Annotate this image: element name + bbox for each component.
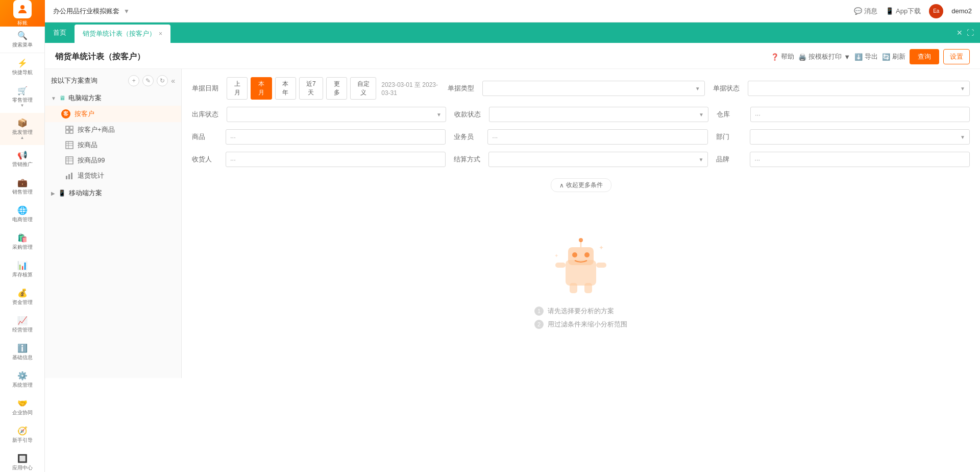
action-buttons: 查询 设置 <box>910 49 970 64</box>
scheme-collapse-btn[interactable]: « <box>171 77 175 85</box>
finance-icon: 💰 <box>17 288 28 298</box>
out-status-select[interactable]: ▼ <box>227 107 446 122</box>
edit-icon: ✎ <box>145 77 151 84</box>
hint-item-2: 2 用过滤条件来缩小分析范围 <box>534 320 627 329</box>
date-range-display: 2023-03-01 至 2023-03-31 <box>381 81 439 97</box>
scheme-refresh-btn[interactable]: ↻ <box>157 75 168 86</box>
date-label: 单据日期 <box>192 84 218 93</box>
sidebar-item-system[interactable]: ⚙️ 系统管理 <box>0 366 44 393</box>
sidebar-item-cooperation[interactable]: 🤝 企业协同 <box>0 393 44 421</box>
message-btn[interactable]: 💬 消息 <box>854 7 877 16</box>
query-button[interactable]: 查询 <box>910 49 939 64</box>
sidebar-item-sales[interactable]: 💼 销售管理 <box>0 173 44 200</box>
sidebar-item-purchase[interactable]: 🛍️ 采购管理 <box>0 228 44 255</box>
doc-type-select[interactable]: ▼ <box>482 81 704 96</box>
collection-status-select[interactable]: ▼ <box>489 107 708 122</box>
warehouse-select[interactable]: ··· <box>750 107 970 122</box>
template-print-btn[interactable]: 🖨️ 按模板打印 ▼ <box>798 52 850 61</box>
date-btn-this-month[interactable]: 本月 <box>251 77 272 100</box>
apps-icon: 🔲 <box>17 454 28 463</box>
sidebar-item-basic[interactable]: ℹ️ 基础信息 <box>0 338 44 366</box>
hint-item-1: 1 请先选择要分析的方案 <box>534 306 627 316</box>
product-select[interactable]: ··· <box>226 129 446 145</box>
doc-status-select[interactable]: ▼ <box>748 81 970 96</box>
date-btn-last-month[interactable]: 上月 <box>227 77 248 100</box>
date-btn-7days[interactable]: 近7天 <box>299 77 323 100</box>
logo-text: 标账 <box>17 19 28 27</box>
purchase-icon: 🛍️ <box>17 233 28 243</box>
sidebar-guide-label: 新手引导 <box>12 437 33 443</box>
sidebar-item-apps[interactable]: 🔲 应用中心 <box>0 449 44 472</box>
main-content: 办公用品行业模拟账套 ▼ 💬 消息 📱 App下载 Ea demo2 <box>45 0 980 472</box>
scheme-mobile-group[interactable]: ▶ 📱 移动端方案 <box>45 185 181 201</box>
svg-point-25 <box>579 238 583 242</box>
help-btn[interactable]: ❓ 帮助 <box>771 52 794 61</box>
date-btn-this-year[interactable]: 本年 <box>275 77 296 100</box>
refresh-btn[interactable]: 🔄 刷新 <box>882 52 905 61</box>
sidebar-item-guide[interactable]: 🧭 新手引导 <box>0 421 44 449</box>
sidebar: 标账 🔍 搜索菜单 ⚡ 快捷导航 🛒 零售管理 ▼ 📦 批发管理 ▲ 📢 营销推… <box>0 0 45 472</box>
export-btn[interactable]: ⬇️ 导出 <box>854 52 878 61</box>
department-arrow-icon: ▼ <box>960 134 965 140</box>
collapse-btn[interactable]: ∧ 收起更多条件 <box>551 178 611 192</box>
sidebar-logo[interactable]: 标账 <box>0 0 45 27</box>
sales-icon: 💼 <box>17 178 28 187</box>
scheme-desktop-group-header[interactable]: ▼ 🖥 电脑端方案 <box>45 90 181 106</box>
desktop-group-icon: 🖥 <box>59 95 65 102</box>
settings-button[interactable]: 设置 <box>943 49 970 64</box>
tab-close-icon[interactable]: × <box>159 30 162 37</box>
page-header-right: ❓ 帮助 🖨️ 按模板打印 ▼ ⬇️ 导出 🔄 刷新 <box>771 49 970 64</box>
department-label: 部门 <box>716 132 742 141</box>
scheme-sub-item-customer-product[interactable]: 按客户+商品 <box>45 122 181 137</box>
add-icon: + <box>132 77 136 84</box>
print-icon: 🖨️ <box>798 53 806 61</box>
scheme-add-btn[interactable]: + <box>128 75 139 86</box>
sidebar-item-wholesale[interactable]: 📦 批发管理 ▲ <box>0 113 44 145</box>
svg-rect-21 <box>596 263 606 268</box>
scheme-panel: 按以下方案查询 + ✎ ↻ « <box>45 69 182 378</box>
top-header-right: 💬 消息 📱 App下载 Ea demo2 <box>854 4 972 18</box>
scheme-sub-item-product99[interactable]: 按商品99 <box>45 153 181 168</box>
sidebar-finance-label: 资金管理 <box>12 299 33 305</box>
svg-rect-22 <box>570 283 577 293</box>
sidebar-cooperation-label: 企业协同 <box>12 409 33 416</box>
avatar[interactable]: Ea <box>929 4 943 18</box>
brand-select[interactable]: ··· <box>750 152 970 167</box>
tab-home[interactable]: 首页 <box>45 22 75 43</box>
scheme-sub-item-product[interactable]: 按商品 <box>45 137 181 153</box>
table-icon2 <box>65 156 74 164</box>
scheme-sub-item-return[interactable]: 退货统计 <box>45 168 181 183</box>
user-name[interactable]: demo2 <box>951 7 972 15</box>
svg-rect-1 <box>66 126 69 129</box>
hint-num-1: 1 <box>534 306 544 316</box>
out-status-label: 出库状态 <box>192 110 218 119</box>
department-select[interactable]: ▼ <box>750 129 970 145</box>
sidebar-item-ecommerce[interactable]: 🌐 电商管理 <box>0 200 44 228</box>
product-dropdown[interactable]: ▼ <box>124 8 130 15</box>
svg-point-0 <box>20 5 24 9</box>
close-window-btn[interactable]: ✕ <box>957 29 963 37</box>
app-download-icon: 📱 <box>886 7 894 15</box>
app-download-btn[interactable]: 📱 App下载 <box>886 7 921 16</box>
salesperson-select[interactable]: ··· <box>487 129 707 145</box>
date-btn-more[interactable]: 更多 <box>326 77 347 100</box>
app-download-label: App下载 <box>896 7 921 16</box>
collapse-label: 收起更多条件 <box>566 181 603 190</box>
scheme-item-customer[interactable]: 客 按客户 <box>45 106 181 122</box>
sidebar-item-marketing[interactable]: 📢 营销推广 <box>0 145 44 173</box>
receiver-select[interactable]: ··· <box>226 152 446 167</box>
sidebar-item-quicknav[interactable]: ⚡ 快捷导航 <box>0 53 44 81</box>
sidebar-item-operation[interactable]: 📈 经营管理 <box>0 311 44 338</box>
maximize-btn[interactable]: ⛶ <box>967 29 974 37</box>
sidebar-search-btn[interactable]: 🔍 搜索菜单 <box>0 27 44 53</box>
guide-icon: 🧭 <box>17 426 28 436</box>
sidebar-item-finance[interactable]: 💰 资金管理 <box>0 283 44 311</box>
sidebar-item-retail[interactable]: 🛒 零售管理 ▼ <box>0 81 44 113</box>
date-btn-custom[interactable]: 自定义 <box>350 77 376 100</box>
filter-row-3: 商品 ··· 业务员 ··· 部门 ▼ <box>192 129 970 145</box>
scheme-edit-btn[interactable]: ✎ <box>142 75 154 86</box>
settlement-select[interactable]: ▼ <box>488 152 708 167</box>
tab-active[interactable]: 销货单统计表（按客户） × <box>75 25 170 43</box>
sidebar-item-inventory[interactable]: 📊 库存核算 <box>0 255 44 283</box>
date-buttons-group: 上月 本月 本年 近7天 更多 自定义 2023-03-01 至 2023-03… <box>227 77 439 100</box>
